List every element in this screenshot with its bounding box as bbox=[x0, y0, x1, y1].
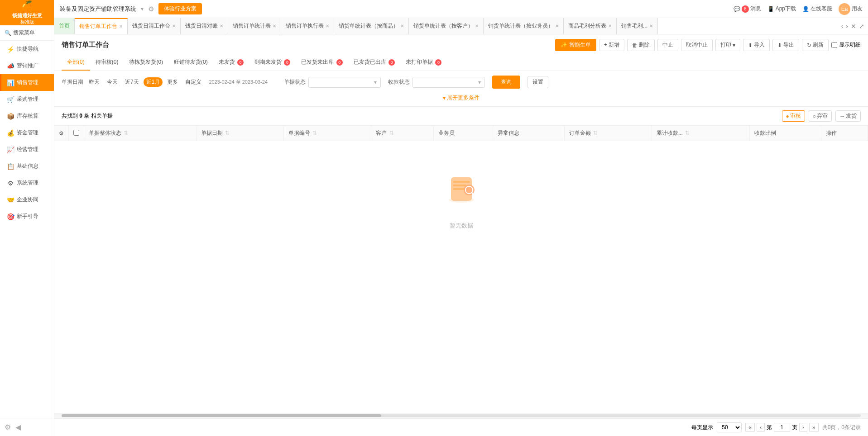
settings-filter-btn[interactable]: 设置 bbox=[528, 76, 548, 88]
sub-tab-shipped-out[interactable]: 已发货已出库 0 bbox=[348, 55, 400, 71]
sort-icon[interactable]: ⇅ bbox=[685, 130, 690, 136]
stop-btn[interactable]: 中止 bbox=[657, 39, 678, 51]
cancel-review-icon: ○ bbox=[813, 113, 816, 119]
cancel-stop-btn[interactable]: 取消中止 bbox=[681, 39, 713, 51]
date-opt-yesterday[interactable]: 昨天 bbox=[86, 77, 102, 87]
show-detail-checkbox[interactable]: 显示明细 bbox=[831, 41, 861, 49]
next-page-btn[interactable]: › bbox=[799, 423, 807, 432]
sidebar-item-operations[interactable]: 📈 经营管理 bbox=[0, 141, 54, 158]
topbar-dropdown-icon[interactable]: ▾ bbox=[141, 6, 144, 12]
tab-gross-margin[interactable]: 商品毛利分析表 ✕ bbox=[564, 18, 617, 34]
review-btn[interactable]: ● 审核 bbox=[782, 110, 805, 122]
gross-margin-tab-label: 商品毛利分析表 bbox=[568, 22, 606, 30]
tab-sales-more[interactable]: 销售毛利... ✕ bbox=[617, 18, 658, 34]
expand-filter-btn[interactable]: ▾ 展开更多条件 bbox=[443, 94, 480, 102]
tab-close-icon[interactable]: ✕ bbox=[649, 24, 653, 28]
settings-icon[interactable]: ⚙ bbox=[5, 423, 11, 431]
first-page-btn[interactable]: « bbox=[745, 423, 755, 432]
date-opt-7days[interactable]: 近7天 bbox=[122, 77, 142, 87]
cancel-review-btn[interactable]: ○ 弃审 bbox=[809, 110, 832, 122]
sub-tab-all[interactable]: 全部(0) bbox=[62, 55, 90, 71]
query-btn[interactable]: 查询 bbox=[492, 76, 520, 89]
sort-icon[interactable]: ⇅ bbox=[124, 130, 128, 136]
sort-icon[interactable]: ⇅ bbox=[312, 130, 317, 136]
sidebar-item-enterprise[interactable]: 🤝 企业协同 bbox=[0, 191, 54, 208]
add-btn[interactable]: + 新增 bbox=[599, 39, 624, 51]
tab-close-icon[interactable]: ✕ bbox=[273, 24, 276, 28]
sidebar-item-basic-info[interactable]: 📋 基础信息 bbox=[0, 158, 54, 175]
sort-icon[interactable]: ⇅ bbox=[225, 130, 230, 136]
pagination: 每页显示 50 10 20 100 « ‹ 第 页 › » 共0页，0条记录 bbox=[54, 418, 868, 436]
tab-close-icon[interactable]: ✕ bbox=[220, 24, 223, 28]
sidebar-item-system[interactable]: ⚙ 系统管理 bbox=[0, 175, 54, 191]
smart-gen-btn[interactable]: ✨ 智能生单 bbox=[555, 39, 596, 51]
message-btn[interactable]: 💬 6 消息 bbox=[734, 5, 761, 13]
tab-close-icon[interactable]: ✕ bbox=[475, 24, 479, 28]
tab-close-icon[interactable]: ✕ bbox=[400, 24, 404, 28]
tab-sales-workbench[interactable]: 销售订单工作台 ✕ bbox=[75, 18, 128, 34]
scrollbar-thumb[interactable] bbox=[62, 414, 381, 417]
tab-close-icon[interactable]: ✕ bbox=[555, 24, 559, 28]
export-btn[interactable]: ⬇ 导出 bbox=[772, 39, 799, 51]
col-check[interactable] bbox=[69, 126, 84, 141]
industry-btn[interactable]: 体验行业方案 bbox=[158, 3, 202, 14]
tab-sales-summary-customer[interactable]: 销货单统计表（按客户） ✕ bbox=[409, 18, 484, 34]
page-number-input[interactable] bbox=[774, 423, 790, 432]
refresh-btn[interactable]: ↻ 刷新 bbox=[802, 39, 829, 51]
settings-gear-icon[interactable]: ⚙ bbox=[148, 5, 154, 13]
sub-tab-pending-receive[interactable]: 待拣货发货(0) bbox=[124, 55, 168, 71]
sidebar-item-purchase[interactable]: 🛒 采购管理 bbox=[0, 91, 54, 108]
sort-icon[interactable]: ⇅ bbox=[389, 130, 394, 136]
delete-btn[interactable]: 🗑 删除 bbox=[627, 39, 655, 51]
sub-tab-wangpu-ship[interactable]: 旺铺待发货(0) bbox=[168, 55, 213, 71]
tab-close-icon[interactable]: ✕ bbox=[608, 24, 612, 28]
sub-tab-expired-not-shipped[interactable]: 到期未发货 0 bbox=[249, 55, 296, 71]
sidebar-item-inventory[interactable]: 📦 库存核算 bbox=[0, 108, 54, 124]
horizontal-scrollbar[interactable] bbox=[54, 413, 868, 418]
sidebar-item-marketing[interactable]: 📣 营销推广 bbox=[0, 57, 54, 74]
sidebar-item-finance[interactable]: 💰 资金管理 bbox=[0, 124, 54, 141]
select-all-checkbox[interactable] bbox=[73, 130, 79, 136]
page-size-select[interactable]: 50 10 20 100 bbox=[717, 422, 742, 432]
date-opt-1month[interactable]: 近1月 bbox=[144, 77, 163, 87]
tab-cash-daily[interactable]: 钱货日清工作台 ✕ bbox=[128, 18, 181, 34]
app-download-btn[interactable]: 📱 App下载 bbox=[767, 5, 796, 13]
sidebar-item-quick-nav[interactable]: ⚡ 快捷导航 bbox=[0, 41, 54, 57]
date-opt-today[interactable]: 今天 bbox=[104, 77, 120, 87]
ship-btn[interactable]: → 发货 bbox=[835, 110, 861, 122]
date-opt-more[interactable]: 更多 bbox=[164, 77, 181, 87]
tab-maximize-icon[interactable]: ⤢ bbox=[859, 23, 864, 30]
prev-page-btn[interactable]: ‹ bbox=[757, 423, 765, 432]
sub-tab-not-shipped[interactable]: 未发货 0 bbox=[213, 55, 249, 71]
payment-select[interactable]: ▾ bbox=[412, 77, 485, 88]
tab-close-icon[interactable]: ✕ bbox=[326, 24, 329, 28]
import-btn[interactable]: ⬆ 导入 bbox=[743, 39, 770, 51]
print-btn[interactable]: 打印 ▾ bbox=[715, 39, 740, 51]
tab-close-all-icon[interactable]: ✕ bbox=[851, 23, 856, 30]
tab-sales-summary-product[interactable]: 销货单统计表（按商品） ✕ bbox=[334, 18, 409, 34]
detail-checkbox-input[interactable] bbox=[831, 42, 837, 48]
sub-tab-pending-review[interactable]: 待审核(0) bbox=[90, 55, 124, 71]
tab-next-icon[interactable]: › bbox=[846, 23, 848, 30]
sidebar-item-guide[interactable]: 🎯 新手引导 bbox=[0, 208, 54, 225]
tab-sales-summary-staff[interactable]: 销货单统计表（按业务员） ✕ bbox=[484, 18, 564, 34]
tab-cash-reconcile[interactable]: 钱货日清对账 ✕ bbox=[181, 18, 228, 34]
last-page-btn[interactable]: » bbox=[809, 423, 819, 432]
status-select[interactable]: ▾ bbox=[308, 77, 381, 88]
sidebar-item-sales[interactable]: 📊 销售管理 bbox=[0, 74, 54, 91]
tab-sales-exec[interactable]: 销售订单执行表 ✕ bbox=[281, 18, 334, 34]
tab-close-icon[interactable]: ✕ bbox=[172, 24, 176, 28]
sub-tab-not-printed[interactable]: 未打印单据 0 bbox=[400, 55, 447, 71]
date-opt-custom[interactable]: 自定义 bbox=[182, 77, 204, 87]
sidebar-search-btn[interactable]: 🔍 搜索菜单 bbox=[0, 25, 54, 41]
tab-prev-icon[interactable]: ‹ bbox=[841, 23, 844, 30]
collapse-icon[interactable]: ◀ bbox=[15, 423, 21, 431]
online-service-btn[interactable]: 👤 在线客服 bbox=[802, 5, 832, 13]
col-settings[interactable]: ⚙ bbox=[54, 126, 69, 141]
tab-sales-stats[interactable]: 销售订单统计表 ✕ bbox=[228, 18, 281, 34]
tab-home[interactable]: 首页 bbox=[54, 18, 75, 34]
sub-tab-shipped-not-out[interactable]: 已发货未出库 0 bbox=[296, 55, 348, 71]
sort-icon[interactable]: ⇅ bbox=[593, 130, 598, 136]
tab-close-icon[interactable]: ✕ bbox=[119, 24, 123, 29]
user-menu[interactable]: Ea 用友 bbox=[839, 3, 863, 15]
